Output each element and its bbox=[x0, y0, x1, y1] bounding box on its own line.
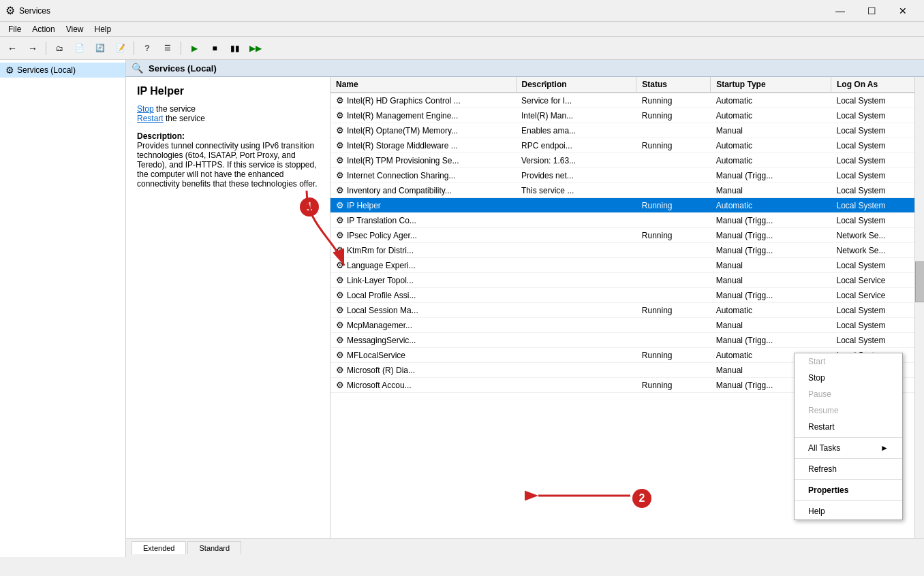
table-row[interactable]: ⚙Intel(R) Storage Middleware ...RPC endp… bbox=[330, 138, 924, 153]
table-row[interactable]: ⚙IP HelperRunningAutomaticLocal System bbox=[330, 198, 924, 213]
window-title: Services bbox=[19, 6, 50, 16]
context-menu-item-all-tasks[interactable]: All Tasks► bbox=[795, 440, 902, 456]
table-row[interactable]: ⚙Inventory and Compatibility...This serv… bbox=[330, 183, 924, 198]
service-name-cell: ⚙IP Translation Co... bbox=[330, 213, 516, 228]
minimize-button[interactable]: — bbox=[825, 0, 856, 22]
context-menu-item-stop[interactable]: Stop bbox=[795, 370, 902, 386]
context-menu-item-help[interactable]: Help bbox=[795, 503, 902, 519]
service-name-cell: ⚙Microsoft Accou... bbox=[330, 378, 516, 393]
service-name-cell: ⚙Local Session Ma... bbox=[330, 303, 516, 318]
service-description-cell bbox=[516, 273, 636, 288]
service-description-cell: RPC endpoi... bbox=[516, 138, 636, 153]
right-panel[interactable]: ▲ Name Description Status Startup Type L… bbox=[330, 77, 924, 538]
service-status-cell bbox=[636, 168, 711, 183]
sidebar-item-services-local[interactable]: ⚙ Services (Local) bbox=[0, 63, 125, 78]
context-menu-item-resume: Resume bbox=[795, 402, 902, 419]
service-description-cell bbox=[516, 378, 636, 393]
scrollbar[interactable] bbox=[914, 77, 924, 538]
toolbar-forward[interactable]: → bbox=[23, 39, 42, 58]
table-row[interactable]: ⚙KtmRm for Distri...Manual (Trigg...Netw… bbox=[330, 243, 924, 258]
toolbar-export[interactable]: 📝 bbox=[111, 39, 130, 58]
col-description[interactable]: Description bbox=[516, 77, 636, 93]
table-row[interactable]: ⚙Intel(R) Management Engine...Intel(R) M… bbox=[330, 108, 924, 123]
gear-icon: ⚙ bbox=[336, 230, 344, 240]
title-bar: ⚙ Services — ☐ ✕ bbox=[0, 0, 924, 22]
maximize-button[interactable]: ☐ bbox=[856, 0, 887, 22]
service-status-cell: Running bbox=[636, 108, 711, 123]
table-row[interactable]: ⚙Local Session Ma...RunningAutomaticLoca… bbox=[330, 303, 924, 318]
service-name-cell: ⚙Intel(R) Management Engine... bbox=[330, 108, 516, 123]
context-menu-item-refresh[interactable]: Refresh bbox=[795, 461, 902, 477]
toolbar-start[interactable]: ▶ bbox=[185, 39, 204, 58]
toolbar-refresh[interactable]: 🔄 bbox=[91, 39, 110, 58]
table-row[interactable]: ⚙Intel(R) TPM Provisioning Se...Version:… bbox=[330, 153, 924, 168]
menu-action[interactable]: Action bbox=[27, 23, 60, 35]
close-button[interactable]: ✕ bbox=[887, 0, 919, 22]
toolbar-back[interactable]: ← bbox=[3, 39, 22, 58]
toolbar-sep-1 bbox=[46, 42, 46, 55]
service-startup-cell: Manual bbox=[711, 123, 831, 138]
gear-icon: ⚙ bbox=[336, 320, 344, 330]
search-icon: 🔍 bbox=[132, 63, 143, 74]
service-name-cell: ⚙Internet Connection Sharing... bbox=[330, 168, 516, 183]
service-name-cell: ⚙McpManagemer... bbox=[330, 318, 516, 333]
table-row[interactable]: ⚙Intel(R) Optane(TM) Memory...Enables am… bbox=[330, 123, 924, 138]
service-description-cell: Intel(R) Man... bbox=[516, 108, 636, 123]
service-name-cell: ⚙KtmRm for Distri... bbox=[330, 243, 516, 258]
tab-standard[interactable]: Standard bbox=[187, 541, 241, 554]
service-description-cell bbox=[516, 288, 636, 303]
table-row[interactable]: ⚙Internet Connection Sharing...Provides … bbox=[330, 168, 924, 183]
menu-help[interactable]: Help bbox=[89, 23, 117, 35]
col-startup[interactable]: Startup Type bbox=[711, 77, 831, 93]
toolbar-help[interactable]: ? bbox=[138, 39, 157, 58]
col-logon[interactable]: Log On As bbox=[831, 77, 923, 93]
toolbar-stop[interactable]: ■ bbox=[205, 39, 224, 58]
service-logon-cell: Network Se... bbox=[831, 228, 923, 243]
split-pane: IP Helper Stop the service Restart the s… bbox=[126, 77, 924, 538]
col-name[interactable]: Name bbox=[330, 77, 516, 93]
table-row[interactable]: ⚙Local Profile Assi...Manual (Trigg...Lo… bbox=[330, 288, 924, 303]
service-startup-cell: Manual (Trigg... bbox=[711, 243, 831, 258]
service-status-cell: Running bbox=[636, 228, 711, 243]
service-startup-cell: Manual bbox=[711, 258, 831, 273]
menu-file[interactable]: File bbox=[3, 23, 27, 35]
service-startup-cell: Automatic bbox=[711, 198, 831, 213]
sort-indicator: ▲ bbox=[542, 78, 549, 86]
main-area: ⚙ Services (Local) 🔍 Services (Local) IP… bbox=[0, 60, 924, 557]
gear-icon: ⚙ bbox=[336, 110, 344, 121]
col-status[interactable]: Status bbox=[636, 77, 711, 93]
toolbar-services-list[interactable]: ☰ bbox=[158, 39, 177, 58]
gear-icon: ⚙ bbox=[336, 200, 344, 210]
service-description-cell bbox=[516, 348, 636, 363]
service-name-cell: ⚙Intel(R) TPM Provisioning Se... bbox=[330, 153, 516, 168]
service-status-cell: Running bbox=[636, 303, 711, 318]
table-row[interactable]: ⚙MessagingServic...Manual (Trigg...Local… bbox=[330, 333, 924, 348]
services-header-title: Services (Local) bbox=[149, 63, 217, 74]
stop-link[interactable]: Stop bbox=[137, 104, 154, 114]
service-status-cell bbox=[636, 333, 711, 348]
table-row[interactable]: ⚙McpManagemer...ManualLocal System bbox=[330, 318, 924, 333]
table-row[interactable]: ⚙Language Experi...ManualLocal System bbox=[330, 258, 924, 273]
context-menu-item-properties[interactable]: Properties bbox=[795, 482, 902, 498]
service-startup-cell: Automatic bbox=[711, 138, 831, 153]
toolbar-resume[interactable]: ▶▶ bbox=[246, 39, 265, 58]
table-row[interactable]: ⚙Link-Layer Topol...ManualLocal Service bbox=[330, 273, 924, 288]
toolbar-properties[interactable]: 📄 bbox=[70, 39, 89, 58]
service-logon-cell: Local System bbox=[831, 318, 923, 333]
scrollbar-thumb[interactable] bbox=[915, 261, 924, 302]
service-description: Description: Provides tunnel connectivit… bbox=[137, 131, 319, 189]
toolbar-show-hide[interactable]: 🗂 bbox=[50, 39, 69, 58]
service-status-cell: Running bbox=[636, 198, 711, 213]
table-row[interactable]: ⚙Intel(R) HD Graphics Control ...Service… bbox=[330, 93, 924, 108]
left-panel: IP Helper Stop the service Restart the s… bbox=[126, 77, 330, 538]
service-status-cell bbox=[636, 318, 711, 333]
tab-extended[interactable]: Extended bbox=[132, 541, 186, 554]
table-row[interactable]: ⚙IPsec Policy Ager...RunningManual (Trig… bbox=[330, 228, 924, 243]
service-startup-cell: Manual bbox=[711, 183, 831, 198]
menu-view[interactable]: View bbox=[61, 23, 89, 35]
toolbar-pause[interactable]: ▮▮ bbox=[226, 39, 245, 58]
context-menu-separator bbox=[795, 458, 902, 459]
table-row[interactable]: ⚙IP Translation Co...Manual (Trigg...Loc… bbox=[330, 213, 924, 228]
context-menu-item-restart[interactable]: Restart bbox=[795, 419, 902, 435]
restart-link[interactable]: Restart bbox=[137, 114, 164, 123]
